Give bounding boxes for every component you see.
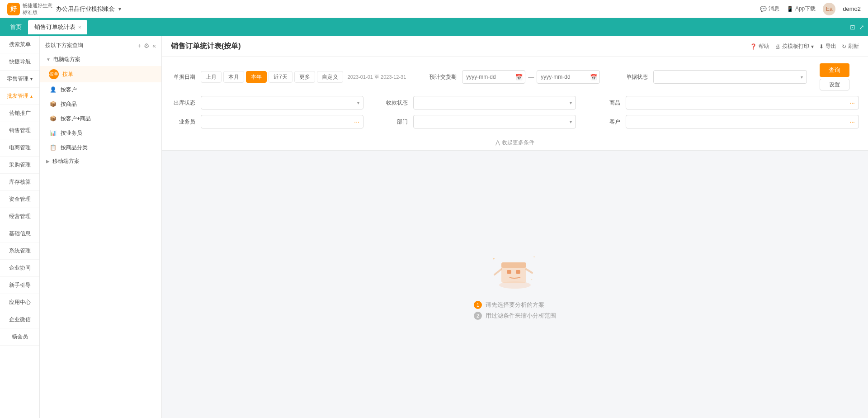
by-customer-product-icon: 📦 [49,114,57,123]
sidebar-item-new-user[interactable]: 新手引导 [0,277,39,294]
scheme-by-customer[interactable]: 👤 按客户 [40,82,161,97]
topbar: 好 畅捷通好生意 标准版 办公用品行业模拟账套 ▾ 💬 消息 📱 App下载 E… [0,0,868,18]
date-label: 单据日期 [171,73,195,81]
scheme-by-customer-product[interactable]: 📦 按客户+商品 [40,111,161,126]
sidebar-item-finance[interactable]: 资金管理 [0,191,39,208]
sidebar-item-operations[interactable]: 经营管理 [0,208,39,225]
sidebar-item-enterprise[interactable]: 企业协同 [0,260,39,277]
salesperson-dots-icon[interactable]: ··· [354,118,359,125]
sidebar-item-basic-info[interactable]: 基础信息 [0,225,39,242]
refresh-button[interactable]: ↻ 刷新 [842,43,859,50]
scheme-by-salesperson[interactable]: 📊 按业务员 [40,126,161,140]
sidebar-item-search-menu[interactable]: 搜索菜单 [0,36,39,53]
topbar-dropdown[interactable]: ▾ [118,6,121,12]
preset-last-month[interactable]: 上月 [201,71,222,83]
restore-icon[interactable]: ⊡ [850,24,855,31]
sidebar-item-purchase[interactable]: 采购管理 [0,157,39,174]
settings-button[interactable]: 设置 [820,79,849,90]
expected-date-label: 预计交货期 [429,73,457,81]
shipment-select[interactable]: ▾ [201,96,363,109]
avatar[interactable]: Ea [823,3,835,15]
pc-section-header[interactable]: ▼ 电脑端方案 [40,53,161,66]
tab-sales-order-stats[interactable]: 销售订单统计表 × [28,20,87,34]
filter-area: 单据日期 上月 本月 本年 近7天 更多 自定义 2023-01-01 至 20… [162,57,868,135]
template-print-button[interactable]: 🖨 按模板打印 ▾ [775,43,814,50]
status-select-arrow: ▾ [801,75,803,80]
sidebar-item-app-center[interactable]: 应用中心 [0,294,39,311]
main-layout: 搜索菜单 快捷导航 零售管理 ▾ 批发管理 ▴ 营销推广 销售管理 电商管理 采… [0,36,868,418]
sidebar-item-retail[interactable]: 零售管理 ▾ [0,71,39,88]
sidebar-item-member[interactable]: 畅会员 [0,328,39,346]
query-button[interactable]: 查询 [820,63,849,77]
payment-select[interactable]: ▾ [413,96,576,109]
date-range-hint: 2023-01-01 至 2023-12-31 [348,74,406,81]
preset-more[interactable]: 更多 [294,71,315,83]
preset-last-7-days[interactable]: 近7天 [269,71,292,83]
scheme-settings-icon[interactable]: ⚙ [144,42,150,49]
sidebar-item-ecommerce[interactable]: 电商管理 [0,139,39,157]
customer-input[interactable]: ··· [626,115,859,128]
retail-arrow-icon: ▾ [30,76,33,81]
mobile-section-header[interactable]: ▶ 移动端方案 [40,155,161,168]
sidebar-item-sales-mgmt[interactable]: 销售管理 [0,122,39,139]
scheme-by-order[interactable]: 按单 按单 [40,66,161,82]
panel-header: 按以下方案查询 + ⚙ « [40,42,161,53]
preset-this-month[interactable]: 本月 [223,71,244,83]
goods-dots-icon[interactable]: ··· [849,99,855,106]
sidebar-item-wechat[interactable]: 企业微信 [0,311,39,328]
goods-input[interactable]: ··· [626,96,859,109]
expand-icon[interactable]: ⤢ [859,24,864,31]
svg-text:✦: ✦ [531,278,533,281]
preset-custom[interactable]: 自定义 [317,71,343,83]
by-order-icon: 按单 [49,69,59,79]
help-button[interactable]: ❓ 帮助 [750,43,769,50]
scheme-by-product-category[interactable]: 📋 按商品分类 [40,140,161,155]
status-select[interactable]: ▾ [653,70,807,84]
salesperson-input[interactable]: ··· [201,115,363,128]
app-download-action[interactable]: 📱 App下载 [787,5,816,13]
sidebar-item-quick-nav[interactable]: 快捷导航 [0,53,39,71]
collapse-panel-icon[interactable]: « [152,42,156,49]
mobile-section-expand-icon: ▶ [46,159,50,164]
scheme-by-product[interactable]: 📦 按商品 [40,97,161,111]
topbar-left: 好 畅捷通好生意 标准版 办公用品行业模拟账套 ▾ [7,2,121,15]
cal-start-icon: 📅 [515,74,523,81]
tab-close-icon[interactable]: × [78,24,81,30]
department-select[interactable]: ▾ [413,115,576,128]
filter-row-more: 业务员 ··· 部门 ▾ 客户 ··· [171,115,859,128]
message-action[interactable]: 💬 消息 [760,5,779,13]
sidebar-item-system[interactable]: 系统管理 [0,242,39,260]
collapse-bar[interactable]: ⋀ 收起更多条件 [162,135,868,151]
refresh-icon: ↻ [842,43,846,50]
app-download-icon: 📱 [787,6,793,12]
svg-text:✦: ✦ [492,257,495,261]
goods-label: 商品 [596,99,620,107]
sidebar-item-marketing[interactable]: 营销推广 [0,105,39,122]
topbar-title: 办公用品行业模拟账套 [56,5,115,13]
tip-num-2: 2 [474,312,482,320]
preset-this-year[interactable]: 本年 [246,71,267,83]
payment-label: 收款状态 [383,99,408,107]
collapse-arrow-icon: ⋀ [495,139,501,146]
pc-section-expand-icon: ▼ [46,57,51,62]
customer-dots-icon[interactable]: ··· [849,118,855,125]
payment-arrow: ▾ [570,100,572,105]
status-label: 单据状态 [623,73,648,81]
page-header: 销售订单统计表(按单) ❓ 帮助 🖨 按模板打印 ▾ ⬇ 导出 [162,36,868,57]
date-dash: — [528,74,534,81]
topbar-right: 💬 消息 📱 App下载 Ea demo2 [760,3,861,15]
add-scheme-icon[interactable]: + [137,42,141,49]
sidebar-item-inventory[interactable]: 库存核算 [0,174,39,191]
expected-date-range: 📅 — 📅 [462,70,600,84]
department-arrow: ▾ [570,119,572,124]
sidebar-item-wholesale[interactable]: 批发管理 ▴ [0,88,39,105]
export-button[interactable]: ⬇ 导出 [819,43,836,50]
empty-illustration: ✦ ✦ ✦ [488,247,542,292]
expected-date-start-wrapper: 📅 [462,70,525,84]
help-icon: ❓ [750,43,757,50]
right-panel: 销售订单统计表(按单) ❓ 帮助 🖨 按模板打印 ▾ ⬇ 导出 [162,36,868,418]
by-product-category-icon: 📋 [49,143,57,152]
tip-num-1: 1 [474,301,482,309]
svg-line-6 [526,269,532,273]
tab-home[interactable]: 首页 [4,20,28,34]
